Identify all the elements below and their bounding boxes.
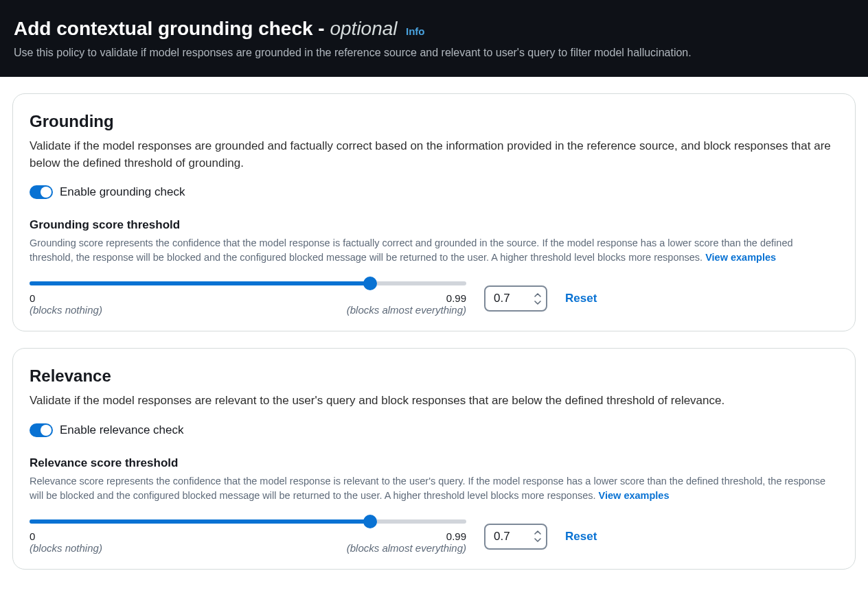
relevance-threshold-title: Relevance score threshold [30,456,838,470]
relevance-threshold-input[interactable] [494,530,527,543]
slider-thumb[interactable] [363,515,377,528]
chevron-down-icon [534,301,541,305]
page-title: Add contextual grounding check - [14,18,330,39]
page-header: Add contextual grounding check - optiona… [0,0,868,77]
relevance-threshold-input-wrap [484,524,547,550]
relevance-threshold-desc: Relevance score represents the confidenc… [30,474,838,503]
page-description: Use this policy to validate if model res… [14,47,854,59]
toggle-knob [41,425,52,436]
grounding-threshold-input-wrap [484,285,547,312]
grounding-title: Grounding [30,112,838,131]
slider-min-caption: (blocks nothing) [30,542,102,554]
grounding-threshold-title: Grounding score threshold [30,218,838,232]
toggle-knob [41,187,52,198]
chevron-up-icon [534,530,541,535]
relevance-panel: Relevance Validate if the model response… [12,348,856,570]
relevance-toggle-row: Enable relevance check [30,423,838,437]
slider-fill [30,281,370,285]
slider-fill [30,519,370,524]
relevance-stepper-down[interactable] [532,537,543,544]
slider-thumb[interactable] [363,277,377,290]
grounding-stepper-down[interactable] [532,299,543,306]
grounding-threshold-slider[interactable] [30,281,466,285]
relevance-reset-button[interactable]: Reset [565,530,597,543]
grounding-enable-toggle[interactable] [30,185,53,199]
grounding-threshold-input[interactable] [494,292,527,305]
slider-max-value: 0.99 [446,292,466,304]
grounding-reset-button[interactable]: Reset [565,292,597,305]
slider-max-caption: (blocks almost everything) [347,304,466,316]
relevance-description: Validate if the model responses are rele… [30,393,838,410]
chevron-up-icon [534,293,541,297]
grounding-threshold-desc: Grounding score represents the confidenc… [30,236,838,265]
slider-max-caption: (blocks almost everything) [347,542,466,554]
slider-min-caption: (blocks nothing) [30,304,102,316]
slider-min-value: 0 [30,292,102,304]
grounding-stepper-up[interactable] [532,291,543,299]
relevance-enable-toggle[interactable] [30,423,53,437]
grounding-toggle-row: Enable grounding check [30,185,838,199]
grounding-panel: Grounding Validate if the model response… [12,93,856,331]
relevance-threshold-slider[interactable] [30,519,466,524]
slider-min-value: 0 [30,530,102,542]
relevance-toggle-label: Enable relevance check [60,423,184,437]
page-title-optional: optional [330,18,397,39]
relevance-view-examples-link[interactable]: View examples [599,490,670,501]
relevance-stepper-up[interactable] [532,529,543,537]
grounding-view-examples-link[interactable]: View examples [705,252,776,263]
chevron-down-icon [534,538,541,542]
grounding-toggle-label: Enable grounding check [60,185,185,199]
info-link[interactable]: Info [406,25,425,37]
grounding-description: Validate if the model responses are grou… [30,138,838,172]
relevance-title: Relevance [30,366,838,386]
slider-max-value: 0.99 [446,530,466,542]
